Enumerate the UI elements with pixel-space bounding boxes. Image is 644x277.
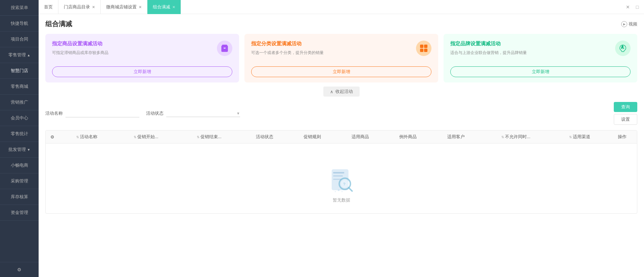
activity-status-label: 活动状态: [146, 110, 164, 116]
table-empty-cell: ? 暂无数据: [46, 144, 637, 214]
svg-rect-3: [420, 49, 423, 52]
promo-cards-row: 指定商品设置满减活动 可指定滞销商品或库存较多商品 立即新增 指定分类设置满减活…: [45, 34, 637, 82]
chevron-up-icon: ▲: [27, 53, 31, 57]
th-operation: 操作: [607, 130, 637, 144]
th-applicable-goods: 适用商品: [336, 130, 384, 144]
page-content: 组合满减 ▶ 视频 指定商品设置满减活动 可指定滞销商品或库存较: [39, 14, 644, 277]
activity-name-label: 活动名称: [45, 110, 63, 116]
th-promo-start[interactable]: 促销开始...: [114, 130, 178, 144]
product-icon: [217, 41, 232, 56]
tabs-bar: 首页 门店商品目录 ✕ 微商城店铺设置 ✕ 组合满减 ✕ ✕ □: [39, 0, 644, 14]
collapse-activities-button[interactable]: ∧ 收起活动: [323, 87, 360, 97]
category-icon: [416, 41, 431, 56]
brand-card-desc: 适合与上游企业联合做营销，提升品牌销量: [450, 50, 631, 62]
activity-name-input[interactable]: [65, 109, 139, 117]
sidebar-search[interactable]: 搜索菜单: [0, 0, 39, 16]
product-card-add-button[interactable]: 立即新增: [52, 66, 232, 77]
th-applicable-customer: 适用客户: [432, 130, 479, 144]
svg-rect-4: [424, 49, 427, 52]
sidebar-item-project-contract[interactable]: 项目合同: [0, 32, 39, 47]
data-table: ⚙ 活动名称 促销开始... 促销结束... 活动状态 促销规则 适用商品 例外…: [46, 130, 637, 213]
th-promo-end[interactable]: 促销结束...: [178, 130, 241, 144]
th-no-concurrent[interactable]: 不允许同时...: [480, 130, 552, 144]
video-link[interactable]: ▶ 视频: [621, 21, 637, 27]
category-card-add-button[interactable]: 立即新增: [251, 66, 431, 77]
th-activity-status: 活动状态: [241, 130, 288, 144]
empty-illustration: ?: [325, 164, 358, 197]
sidebar-item-wholesale-mgmt[interactable]: 批发管理 ▼: [0, 142, 39, 158]
tab-home[interactable]: 首页: [39, 0, 58, 14]
chevron-up-icon: ∧: [330, 89, 333, 94]
tab-close-store-catalog[interactable]: ✕: [92, 0, 95, 14]
category-card-desc: 可选一个或者多个分类，提升分类的销量: [251, 50, 431, 62]
activity-status-select[interactable]: ▼: [166, 110, 240, 117]
th-promo-rule: 促销规则: [288, 130, 336, 144]
svg-point-16: [335, 191, 336, 192]
chevron-down-icon: ▼: [27, 148, 31, 152]
sidebar-item-retail-stats[interactable]: 零售统计: [0, 126, 39, 142]
sidebar-item-purchase-mgmt[interactable]: 采购管理: [0, 173, 39, 189]
table-empty-row: ? 暂无数据: [46, 144, 637, 214]
activity-name-filter: 活动名称: [45, 109, 139, 117]
category-promo-card: 指定分类设置满减活动 可选一个或者多个分类，提升分类的销量 立即新增: [244, 34, 438, 82]
brand-promo-card: 指定品牌设置满减活动 适合与上游企业联合做营销，提升品牌销量 立即新增: [444, 34, 637, 82]
window-maximize-button[interactable]: □: [634, 4, 641, 10]
product-card-title: 指定商品设置满减活动: [52, 41, 232, 47]
svg-rect-1: [420, 45, 423, 48]
th-applicable-channel[interactable]: 适用渠道: [552, 130, 607, 144]
empty-text: 暂无数据: [333, 197, 350, 203]
brand-card-title: 指定品牌设置满减活动: [450, 41, 631, 47]
sidebar-item-retail-mgmt[interactable]: 零售管理 ▲: [0, 47, 39, 63]
window-controls: ✕ □: [625, 4, 644, 10]
sidebar: 搜索菜单 快捷导航 项目合同 零售管理 ▲ 智慧门店 零售商城 营销推广 会员中…: [0, 0, 39, 277]
sidebar-item-inventory[interactable]: 库存核算: [0, 189, 39, 205]
svg-rect-8: [333, 175, 343, 176]
sidebar-item-finance[interactable]: 资金管理: [0, 205, 39, 221]
gear-icon: ⚙: [50, 134, 54, 140]
product-promo-card: 指定商品设置满减活动 可指定滞销商品或库存较多商品 立即新增: [45, 34, 239, 82]
svg-rect-7: [333, 172, 344, 173]
svg-line-12: [349, 188, 352, 191]
tab-close-combo-discount[interactable]: ✕: [172, 0, 175, 14]
sidebar-item-retail-mall[interactable]: 零售商城: [0, 79, 39, 95]
sidebar-item-xiaochangec[interactable]: 小畅电商: [0, 158, 39, 173]
tab-close-wechat-store[interactable]: ✕: [139, 0, 142, 14]
th-settings[interactable]: ⚙: [46, 130, 59, 144]
activity-status-filter: 活动状态 ▼: [146, 110, 240, 117]
table-header-row: ⚙ 活动名称 促销开始... 促销结束... 活动状态 促销规则 适用商品 例外…: [46, 130, 637, 144]
brand-card-add-button[interactable]: 立即新增: [450, 66, 631, 77]
query-button[interactable]: 查询: [614, 102, 637, 112]
window-close-button[interactable]: ✕: [625, 4, 631, 10]
filter-row: 活动名称 活动状态 ▼ 查询 设置: [45, 102, 637, 125]
tab-wechat-store[interactable]: 微商城店铺设置 ✕: [101, 0, 147, 14]
sidebar-item-smart-store[interactable]: 智慧门店: [0, 63, 39, 79]
th-exception-goods: 例外商品: [384, 130, 432, 144]
chevron-down-icon: ▼: [236, 111, 240, 115]
tab-combo-discount[interactable]: 组合满减 ✕: [147, 0, 181, 14]
empty-state: ? 暂无数据: [52, 164, 630, 203]
sidebar-item-marketing[interactable]: 营销推广: [0, 95, 39, 110]
svg-text:?: ?: [343, 182, 346, 186]
sidebar-item-quick-nav[interactable]: 快捷导航: [0, 16, 39, 32]
category-card-title: 指定分类设置满减活动: [251, 41, 431, 47]
data-table-container: ⚙ 活动名称 促销开始... 促销结束... 活动状态 促销规则 适用商品 例外…: [45, 130, 637, 214]
product-card-desc: 可指定滞销商品或库存较多商品: [52, 50, 232, 62]
th-activity-name[interactable]: 活动名称: [59, 130, 114, 144]
svg-point-15: [341, 191, 342, 192]
filter-actions: 查询 设置: [614, 102, 637, 125]
svg-rect-2: [424, 45, 427, 48]
table-settings-button[interactable]: 设置: [614, 114, 637, 125]
main-area: 首页 门店商品目录 ✕ 微商城店铺设置 ✕ 组合满减 ✕ ✕ □ 组合满减 ▶ …: [39, 0, 644, 277]
settings-icon[interactable]: ⚙: [0, 262, 39, 277]
play-icon: ▶: [621, 21, 627, 27]
svg-point-14: [338, 189, 339, 191]
brand-icon: [615, 41, 631, 56]
page-header: 组合满减 ▶ 视频: [45, 19, 637, 29]
sidebar-item-member-center[interactable]: 会员中心: [0, 110, 39, 126]
page-title: 组合满减: [45, 19, 72, 29]
tab-store-catalog[interactable]: 门店商品目录 ✕: [58, 0, 101, 14]
collapse-bar: ∧ 收起活动: [45, 87, 637, 97]
